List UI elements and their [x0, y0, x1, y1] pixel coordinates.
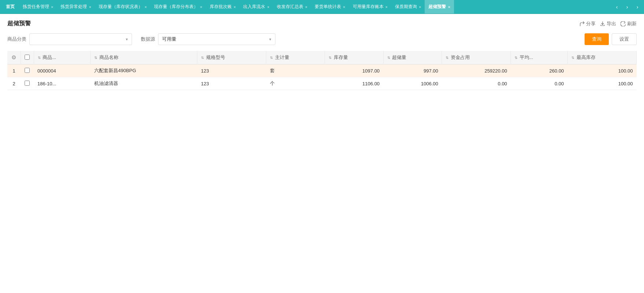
- th-avg: ⇅ 平均...: [511, 51, 568, 64]
- row-checkbox-0[interactable]: [25, 68, 30, 73]
- nav-tab-9-close[interactable]: ×: [385, 5, 388, 9]
- table-row: 1 0000004 六配套新昌490BPG 123 套 1097.00 997.…: [7, 64, 637, 77]
- row-product-code-1: 186-10...: [34, 77, 91, 90]
- share-label: 分享: [586, 21, 596, 27]
- sort-icon-overstock: ⇅: [387, 56, 390, 60]
- row-avg-0: 260.00: [511, 64, 568, 77]
- nav-tab-3-close[interactable]: ×: [144, 5, 147, 9]
- nav-tab-6-close[interactable]: ×: [267, 5, 269, 9]
- row-spec-1: 123: [197, 77, 266, 90]
- nav-tab-1[interactable]: 拣货任务管理 ×: [19, 0, 57, 14]
- refresh-button[interactable]: 刷新: [621, 21, 637, 27]
- th-spec: ⇅ 规格型号: [197, 51, 266, 64]
- table-row: 2 186-10... 机油滤清器 123 个 1106.00 1006.00 …: [7, 77, 637, 90]
- nav-home[interactable]: 首页: [1, 0, 19, 14]
- refresh-icon: [621, 21, 626, 26]
- nav-tab-8-label: 要货单统计表: [315, 4, 341, 10]
- nav-tab-4-close[interactable]: ×: [200, 5, 202, 9]
- filter-row: 商品分类 ▾ 数据源 可用量 ▾ 查询 设置: [7, 33, 637, 45]
- nav-next-button[interactable]: ›: [622, 0, 632, 14]
- row-avg-1: 0.00: [511, 77, 568, 90]
- row-unit-1: 个: [266, 77, 325, 90]
- share-icon: [579, 21, 585, 26]
- nav-tab-6-label: 出入库流水: [243, 4, 265, 10]
- nav-tab-10[interactable]: 保质期查询 ×: [391, 0, 425, 14]
- nav-tab-8-close[interactable]: ×: [343, 5, 345, 9]
- sort-icon-spec: ⇅: [201, 56, 204, 60]
- th-stock: ⇅ 库存量: [325, 51, 383, 64]
- nav-tab-10-close[interactable]: ×: [419, 5, 421, 9]
- share-button[interactable]: 分享: [579, 21, 596, 27]
- page-title: 超储预警: [7, 20, 31, 27]
- nav-tab-10-label: 保质期查询: [395, 4, 417, 10]
- category-select[interactable]: ▾: [29, 33, 132, 45]
- nav-tab-9[interactable]: 可用量库存账本 ×: [349, 0, 391, 14]
- select-all-checkbox[interactable]: [25, 55, 30, 60]
- row-index-0: 1: [7, 64, 21, 77]
- table-body: 1 0000004 六配套新昌490BPG 123 套 1097.00 997.…: [7, 64, 637, 90]
- nav-tab-7-close[interactable]: ×: [305, 5, 307, 9]
- nav-tab-11[interactable]: 超储预警 ×: [425, 0, 454, 14]
- nav-tab-5[interactable]: 库存批次账 ×: [206, 0, 239, 14]
- row-capital-0: 259220.00: [442, 64, 511, 77]
- row-stock-1: 1106.00: [325, 77, 383, 90]
- nav-more-button[interactable]: ›: [632, 0, 643, 14]
- page-content: 超储预警 分享 导出 刷新 商品: [0, 14, 644, 293]
- page-header: 超储预警 分享 导出 刷新: [7, 20, 637, 27]
- datasource-select[interactable]: 可用量 ▾: [158, 33, 275, 45]
- sort-icon-capital: ⇅: [446, 56, 449, 60]
- nav-tab-2-close[interactable]: ×: [89, 5, 91, 9]
- settings-button[interactable]: 设置: [612, 33, 637, 45]
- sort-icon-unit: ⇅: [270, 56, 273, 60]
- export-button[interactable]: 导出: [600, 21, 616, 27]
- th-product-name: ⇅ 商品名称: [91, 51, 197, 64]
- row-checkbox-1[interactable]: [25, 81, 30, 86]
- nav-tab-7[interactable]: 收发存汇总表 ×: [273, 0, 311, 14]
- export-label: 导出: [607, 21, 616, 27]
- refresh-label: 刷新: [627, 21, 637, 27]
- row-product-name-0: 六配套新昌490BPG: [91, 64, 197, 77]
- nav-tab-8[interactable]: 要货单统计表 ×: [311, 0, 349, 14]
- sort-icon-stock: ⇅: [329, 56, 332, 60]
- row-overstock-1: 1006.00: [383, 77, 442, 90]
- nav-arrows: ‹ › ›: [612, 0, 643, 14]
- nav-tab-11-close[interactable]: ×: [448, 5, 450, 9]
- gear-icon[interactable]: ⚙: [11, 54, 16, 60]
- nav-prev-button[interactable]: ‹: [612, 0, 622, 14]
- header-actions: 分享 导出 刷新: [579, 21, 637, 27]
- datasource-chevron-icon: ▾: [269, 37, 271, 42]
- nav-tab-5-close[interactable]: ×: [234, 5, 236, 9]
- top-nav: 首页 拣货任务管理 × 拣货异常处理 × 现存量（库存状况表） × 现存量（库存…: [0, 0, 644, 14]
- nav-home-label: 首页: [6, 4, 15, 10]
- nav-tab-6[interactable]: 出入库流水 ×: [239, 0, 273, 14]
- query-button[interactable]: 查询: [585, 33, 609, 45]
- category-filter: 商品分类 ▾: [7, 33, 132, 45]
- nav-tab-3[interactable]: 现存量（库存状况表） ×: [95, 0, 150, 14]
- nav-tab-2[interactable]: 拣货异常处理 ×: [57, 0, 95, 14]
- nav-tab-1-close[interactable]: ×: [51, 5, 53, 9]
- sort-icon-name: ⇅: [94, 56, 97, 60]
- nav-tab-3-label: 现存量（库存状况表）: [99, 4, 143, 10]
- row-unit-0: 套: [266, 64, 325, 77]
- datasource-label: 数据源: [141, 36, 155, 42]
- row-spec-0: 123: [197, 64, 266, 77]
- category-label: 商品分类: [7, 36, 26, 42]
- th-gear: ⚙: [7, 51, 21, 64]
- table-header-row: ⚙ ⇅ 商品... ⇅ 商品名称 ⇅ 规格型号 ⇅: [7, 51, 637, 64]
- row-stock-0: 1097.00: [325, 64, 383, 77]
- nav-tab-2-label: 拣货异常处理: [61, 4, 87, 10]
- nav-tab-4[interactable]: 现存量（库存分布表） ×: [150, 0, 206, 14]
- sort-icon-code: ⇅: [38, 56, 41, 60]
- datasource-filter: 数据源 可用量 ▾: [141, 33, 275, 45]
- th-product-code: ⇅ 商品...: [34, 51, 91, 64]
- th-overstock: ⇅ 超储量: [383, 51, 442, 64]
- data-table: ⚙ ⇅ 商品... ⇅ 商品名称 ⇅ 规格型号 ⇅: [7, 51, 637, 90]
- nav-tab-1-label: 拣货任务管理: [23, 4, 49, 10]
- th-unit: ⇅ 主计量: [266, 51, 325, 64]
- nav-tab-11-label: 超储预警: [428, 4, 446, 10]
- nav-tab-4-label: 现存量（库存分布表）: [154, 4, 198, 10]
- row-checkbox-cell-1: [21, 77, 34, 90]
- row-overstock-0: 997.00: [383, 64, 442, 77]
- row-product-code-0: 0000004: [34, 64, 91, 77]
- th-capital: ⇅ 资金占用: [442, 51, 511, 64]
